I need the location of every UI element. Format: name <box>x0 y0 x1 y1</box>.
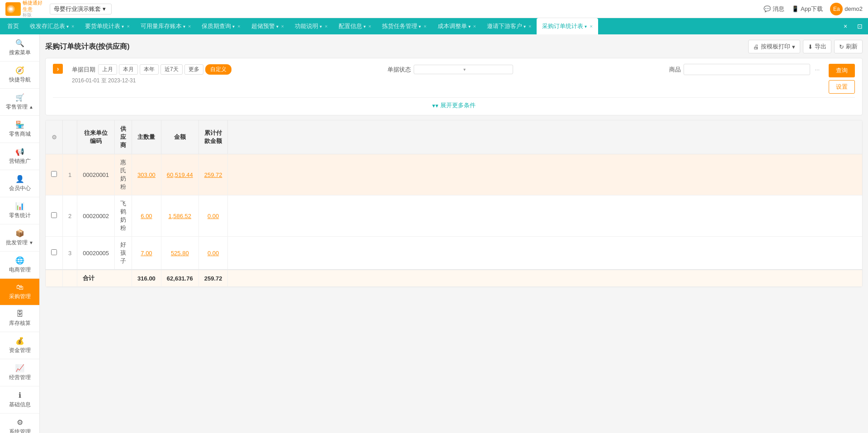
sidebar-item-member[interactable]: 👤 会员中心 <box>0 170 39 197</box>
date-btn-this-year[interactable]: 本年 <box>140 64 159 75</box>
more-options-icon[interactable]: ··· <box>815 66 820 73</box>
nav-right-buttons: × ⊡ <box>839 20 866 33</box>
row-index: 1 <box>63 154 77 195</box>
tab-close-icon[interactable]: × <box>127 24 129 29</box>
workspace-selector[interactable]: 母婴行业演示账套 ▾ <box>50 4 112 14</box>
tab-collect-pay[interactable]: 收发存汇总表 ▾ × <box>24 18 80 34</box>
tab-close-icon[interactable]: × <box>281 24 284 29</box>
footer-label: 合计 <box>77 270 132 287</box>
tab-cost-adjust[interactable]: 成本调整单 ▾ × <box>432 18 481 34</box>
row-quantity[interactable]: 6.00 <box>132 195 161 237</box>
sidebar-item-purchase[interactable]: 🛍 采购管理 <box>0 279 39 305</box>
sidebar-item-operations[interactable]: 📈 经营管理 <box>0 359 39 386</box>
tab-pick-task[interactable]: 拣货任务管理 ▾ × <box>377 18 432 34</box>
app-download-btn[interactable]: 📱 App下载 <box>792 5 823 13</box>
tab-dropdown-icon: ▾ <box>363 24 366 29</box>
row-extra <box>228 237 862 270</box>
tab-close-icon[interactable]: × <box>473 24 476 29</box>
nav-close-btn[interactable]: × <box>839 20 852 33</box>
sidebar-item-quick-nav[interactable]: 🧭 快捷导航 <box>0 62 39 89</box>
status-select[interactable]: ▾ <box>414 65 513 74</box>
template-print-button[interactable]: 🖨 按模板打印 ▾ <box>748 40 800 53</box>
tab-close-icon[interactable]: × <box>424 24 426 29</box>
row-paid-amount[interactable]: 259.72 <box>198 154 228 195</box>
filter-expand-toggle[interactable]: › <box>53 64 63 74</box>
sidebar-item-inventory[interactable]: 🗄 库存核算 <box>0 305 39 332</box>
tab-overstock[interactable]: 超储预警 ▾ × <box>246 18 289 34</box>
goods-filter: 商品 ··· <box>669 64 820 75</box>
tab-purchase-summary[interactable]: 采购订单统计表 ▾ × <box>537 18 598 34</box>
query-button[interactable]: 查询 <box>829 64 855 77</box>
date-btn-this-month[interactable]: 本月 <box>119 64 138 75</box>
user-avatar-btn[interactable]: Ea demo2 <box>830 3 863 15</box>
tab-close-icon[interactable]: × <box>528 24 531 29</box>
tab-stock-book[interactable]: 可用量库存账本 ▾ × <box>135 18 196 34</box>
row-supplier-code[interactable]: 00020001 <box>77 154 115 195</box>
date-btn-more[interactable]: 更多 <box>184 64 203 75</box>
row-amount[interactable]: 1,586.52 <box>161 195 198 237</box>
row-paid-amount[interactable]: 0.00 <box>198 195 228 237</box>
row-extra <box>228 195 862 237</box>
sidebar: 🔍 搜索菜单 🧭 快捷导航 🛒 零售管理 ▲ 🏪 零售商城 📢 营销推广 👤 会… <box>0 34 40 433</box>
tab-close-icon[interactable]: × <box>237 24 240 29</box>
tab-config-info[interactable]: 配置信息 ▾ × <box>333 18 377 34</box>
inventory-icon: 🗄 <box>2 310 38 318</box>
member-icon: 👤 <box>2 175 38 183</box>
sidebar-item-search[interactable]: 🔍 搜索菜单 <box>0 34 39 62</box>
row-index: 3 <box>63 237 77 270</box>
tab-close-icon[interactable]: × <box>71 24 74 29</box>
sidebar-item-retail-mall[interactable]: 🏪 零售商城 <box>0 116 39 143</box>
sidebar-item-finance[interactable]: 💰 资金管理 <box>0 332 39 359</box>
sidebar-item-ecommerce[interactable]: 🌐 电商管理 <box>0 252 39 279</box>
row-quantity[interactable]: 7.00 <box>132 237 161 270</box>
refresh-button[interactable]: ↻ 刷新 <box>834 40 863 53</box>
date-btn-custom[interactable]: 自定义 <box>205 64 231 75</box>
row-index: 2 <box>63 195 77 237</box>
row-checkbox[interactable] <box>46 195 63 237</box>
sidebar-item-basic-info[interactable]: ℹ 基础信息 <box>0 386 39 414</box>
row-checkbox[interactable] <box>46 154 63 195</box>
row-supplier-name: 飞鹤奶粉 <box>115 195 132 237</box>
workspace-dropdown-icon: ▾ <box>103 5 106 12</box>
row-supplier-code[interactable]: 00020002 <box>77 195 115 237</box>
tab-close-icon[interactable]: × <box>590 24 592 29</box>
main-layout: 🔍 搜索菜单 🧭 快捷导航 🛒 零售管理 ▲ 🏪 零售商城 📢 营销推广 👤 会… <box>0 34 868 433</box>
chart-icon: 📊 <box>2 202 38 210</box>
expand-more-btn[interactable]: ▾▾ 展开更多条件 <box>432 101 476 109</box>
tab-goods-summary[interactable]: 要货单统计表 ▾ × <box>80 18 135 34</box>
row-checkbox[interactable] <box>46 237 63 270</box>
nav-fullscreen-btn[interactable]: ⊡ <box>854 20 866 33</box>
tab-func-desc[interactable]: 功能说明 ▾ × <box>289 18 333 34</box>
sidebar-item-marketing[interactable]: 📢 营销推广 <box>0 143 39 170</box>
tab-dropdown-icon: ▾ <box>276 24 278 29</box>
row-quantity[interactable]: 303.00 <box>132 154 161 195</box>
date-btn-7days[interactable]: 近7天 <box>160 64 183 75</box>
sidebar-item-retail-stat[interactable]: 📊 零售统计 <box>0 197 39 224</box>
row-paid-amount[interactable]: 0.00 <box>198 237 228 270</box>
tab-invite-downstream[interactable]: 邀请下游客户 ▾ × <box>481 18 537 34</box>
settings-button[interactable]: 设置 <box>829 80 855 94</box>
message-btn[interactable]: 💬 消息 <box>764 5 784 13</box>
tab-dropdown-icon: ▾ <box>183 24 185 29</box>
sidebar-item-system[interactable]: ⚙ 系统管理 <box>0 414 39 433</box>
row-supplier-code[interactable]: 00020005 <box>77 237 115 270</box>
tab-dropdown-icon: ▾ <box>585 24 587 29</box>
sidebar-item-retail[interactable]: 🛒 零售管理 ▲ <box>0 89 39 116</box>
message-icon: 💬 <box>764 5 771 12</box>
settings-gear-icon: ⚙ <box>52 134 57 141</box>
row-amount[interactable]: 60,519.44 <box>161 154 198 195</box>
date-btn-last-month[interactable]: 上月 <box>98 64 117 75</box>
row-extra <box>228 154 862 195</box>
goods-input[interactable] <box>684 64 810 75</box>
tab-dropdown-icon: ▾ <box>122 24 124 29</box>
tab-close-icon[interactable]: × <box>368 24 371 29</box>
dropdown-arrow-icon: ▾ <box>792 43 795 50</box>
row-amount[interactable]: 525.80 <box>161 237 198 270</box>
sidebar-item-wholesale[interactable]: 📦 批发管理 ▼ <box>0 224 39 252</box>
col-settings[interactable]: ⚙ <box>46 120 63 154</box>
tab-home[interactable]: 首页 <box>2 18 24 34</box>
tab-close-icon[interactable]: × <box>325 24 327 29</box>
export-button[interactable]: ⬇ 导出 <box>803 40 831 53</box>
tab-warranty[interactable]: 保质期查询 ▾ × <box>196 18 245 34</box>
tab-close-icon[interactable]: × <box>188 24 191 29</box>
